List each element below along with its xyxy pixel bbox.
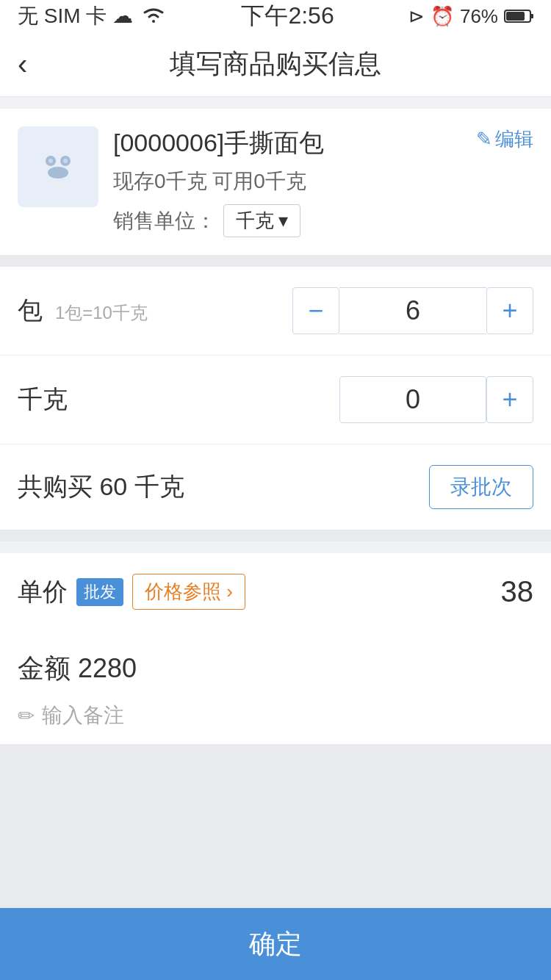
nav-bar: ‹ 填写商品购买信息	[0, 32, 551, 97]
amount-line: 金额 2280	[18, 651, 533, 687]
svg-rect-1	[530, 14, 533, 18]
battery-label: 76%	[460, 5, 498, 28]
status-time: 下午2:56	[241, 0, 334, 32]
edit-icon: ✎	[476, 128, 492, 151]
qianke-controls: +	[339, 376, 533, 423]
batch-tag: 批发	[76, 578, 123, 606]
alarm-icon: ⏰	[431, 5, 454, 28]
price-label: 单价	[18, 575, 68, 609]
unit-label: 销售单位：	[113, 207, 216, 235]
bao-label: 包	[18, 296, 43, 324]
note-line[interactable]: ✏ 输入备注	[18, 702, 533, 729]
qianke-input[interactable]	[339, 376, 486, 423]
divider-2	[0, 530, 551, 541]
product-stock: 现存0千克 可用0千克	[113, 167, 533, 195]
summary-row: 共购买 60 千克 录批次	[0, 444, 551, 530]
edit-button[interactable]: ✎ 编辑	[476, 126, 533, 152]
chevron-down-icon: ▾	[278, 209, 288, 232]
product-thumbnail	[18, 126, 98, 207]
qianke-label-group: 千克	[18, 383, 68, 417]
price-section: 单价 批发 价格参照 › 38	[0, 553, 551, 630]
page-title: 填写商品购买信息	[170, 46, 381, 82]
svg-rect-2	[506, 12, 525, 21]
price-left: 单价 批发 价格参照 ›	[18, 574, 245, 610]
purchase-summary: 共购买 60 千克	[18, 470, 184, 504]
bao-input[interactable]	[339, 287, 486, 334]
back-button[interactable]: ‹	[18, 48, 27, 81]
confirm-button[interactable]: 确定	[249, 926, 302, 962]
record-batch-button[interactable]: 录批次	[429, 465, 533, 509]
qianke-input-row: 千克 +	[0, 356, 551, 444]
price-value: 38	[501, 575, 534, 608]
bao-minus-button[interactable]: −	[292, 287, 339, 334]
svg-point-5	[48, 167, 68, 179]
note-placeholder: 输入备注	[42, 702, 124, 729]
status-bar: 无 SIM 卡 ☁ 下午2:56 ⊳ ⏰ 76%	[0, 0, 551, 32]
bao-label-group: 包 1包=10千克	[18, 294, 148, 328]
svg-point-6	[48, 159, 53, 163]
product-logo-icon	[36, 145, 80, 189]
qianke-plus-button[interactable]: +	[486, 376, 533, 423]
qianke-label: 千克	[18, 385, 68, 413]
product-unit-row: 销售单位： 千克 ▾	[113, 204, 533, 237]
svg-point-7	[63, 159, 68, 163]
amount-section: 金额 2280 ✏ 输入备注	[0, 630, 551, 744]
bao-controls: − +	[292, 287, 533, 334]
status-left: 无 SIM 卡 ☁	[18, 2, 167, 30]
product-info: [0000006]手撕面包 现存0千克 可用0千克 销售单位： 千克 ▾	[113, 126, 533, 237]
amount-label: 金额	[18, 653, 71, 683]
status-right: ⊳ ⏰ 76%	[408, 5, 533, 28]
bao-input-row: 包 1包=10千克 − +	[0, 267, 551, 356]
pencil-icon: ✏	[18, 704, 35, 728]
sim-label: 无 SIM 卡 ☁	[18, 2, 133, 30]
bao-plus-button[interactable]: +	[486, 287, 533, 334]
bao-sublabel: 1包=10千克	[55, 303, 148, 323]
confirm-bar[interactable]: 确定	[0, 908, 551, 980]
price-reference-button[interactable]: 价格参照 ›	[132, 574, 245, 610]
divider-1	[0, 255, 551, 267]
product-card: [0000006]手撕面包 现存0千克 可用0千克 销售单位： 千克 ▾ ✎ 编…	[0, 109, 551, 255]
battery-icon	[504, 8, 533, 24]
location-icon: ⊳	[408, 5, 425, 28]
unit-select[interactable]: 千克 ▾	[223, 204, 300, 237]
wifi-icon	[140, 7, 167, 26]
amount-value: 2280	[78, 653, 137, 683]
product-name: [0000006]手撕面包	[113, 126, 533, 160]
